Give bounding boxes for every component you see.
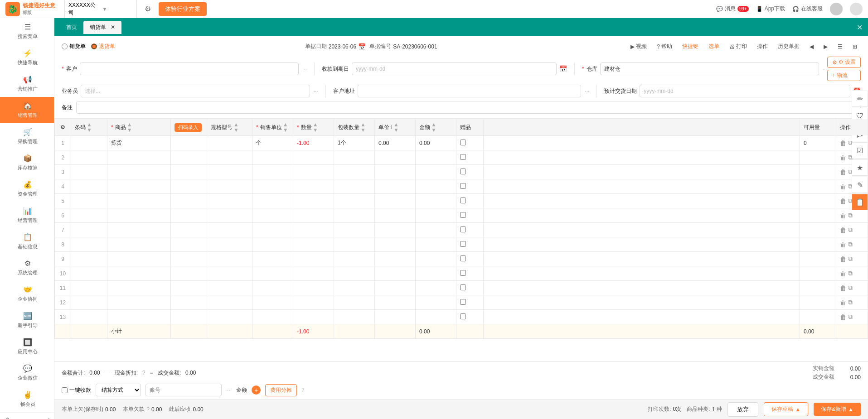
sidebar-item-search[interactable]: ☰ 搜索菜单 bbox=[0, 18, 54, 44]
customer-ellipsis[interactable]: ··· bbox=[302, 66, 307, 72]
sidebar-item-system[interactable]: ⚙ 系统管理 bbox=[0, 255, 54, 281]
copy-icon-6[interactable]: ⧉ bbox=[848, 212, 853, 219]
one-click-payment-label[interactable]: 一键收款 bbox=[62, 386, 91, 394]
delete-icon-3[interactable]: 🗑 bbox=[840, 169, 846, 176]
sidebar-item-quick-nav[interactable]: ⚡ 快捷导航 bbox=[0, 44, 54, 71]
delete-icon-1[interactable]: 🗑 bbox=[840, 140, 846, 147]
nav-prev-btn[interactable]: ◀ bbox=[806, 42, 817, 52]
print-btn[interactable]: 🖨 打印 bbox=[726, 41, 751, 52]
amount-sort-icon[interactable]: ▲▼ bbox=[431, 122, 436, 133]
copy-icon-9[interactable]: ⧉ bbox=[848, 255, 853, 263]
payment-date-input[interactable] bbox=[352, 63, 557, 75]
gift-checkbox-3[interactable] bbox=[460, 169, 466, 174]
radio-return-input[interactable] bbox=[91, 43, 97, 49]
gift-checkbox-7[interactable] bbox=[460, 226, 466, 232]
settlement-method-select[interactable]: 结算方式 bbox=[96, 384, 141, 396]
gift-checkbox-6[interactable] bbox=[460, 212, 466, 218]
company-selector[interactable]: XXXXXX公司 ▼ bbox=[64, 0, 137, 19]
discard-button[interactable]: 放弃 bbox=[727, 402, 758, 417]
gift-checkbox-13[interactable] bbox=[460, 313, 466, 319]
sidebar-item-base-info[interactable]: 📋 基础信息 bbox=[0, 228, 54, 255]
customer-input[interactable] bbox=[80, 63, 299, 75]
expense-btn[interactable]: 费用分摊 bbox=[265, 384, 297, 396]
gift-checkbox-5[interactable] bbox=[460, 197, 466, 203]
save-draft-button[interactable]: 保存草稿 ▲ bbox=[764, 402, 808, 416]
radio-return[interactable]: 退货单 bbox=[91, 43, 115, 50]
gift-checkbox-2[interactable] bbox=[460, 154, 466, 160]
sidebar-settings-btn[interactable]: ⚙ bbox=[5, 416, 10, 419]
gift-checkbox-8[interactable] bbox=[460, 241, 466, 247]
gift-checkbox-10[interactable] bbox=[460, 270, 466, 276]
select-btn[interactable]: 选单 bbox=[705, 41, 723, 52]
date-calendar-icon[interactable]: 📅 bbox=[358, 43, 366, 50]
copy-icon-12[interactable]: ⧉ bbox=[848, 299, 853, 306]
unit-sort-icon[interactable]: ▲▼ bbox=[283, 122, 288, 133]
gift-checkbox-11[interactable] bbox=[460, 284, 466, 290]
sidebar-item-collab[interactable]: 🤝 企业协同 bbox=[0, 281, 54, 307]
sidebar-item-operations[interactable]: 📊 经营管理 bbox=[0, 202, 54, 228]
sidebar-item-marketing[interactable]: 📢 营销推广 bbox=[0, 71, 54, 97]
scan-btn[interactable]: 扫码录入 bbox=[175, 123, 202, 132]
account-input[interactable] bbox=[145, 384, 222, 396]
sidebar-item-finance[interactable]: 💰 资金管理 bbox=[0, 176, 54, 202]
sidebar-collapse-btn[interactable]: ◀ bbox=[44, 416, 49, 419]
delivery-date-input[interactable] bbox=[640, 85, 850, 97]
warehouse-input[interactable] bbox=[600, 63, 819, 75]
tab-bar-close[interactable]: ✕ bbox=[857, 23, 863, 32]
sidebar-item-wechat[interactable]: 💬 企业微信 bbox=[0, 360, 54, 386]
sidebar-item-inventory[interactable]: 📦 库存核算 bbox=[0, 149, 54, 176]
copy-icon-7[interactable]: ⧉ bbox=[848, 226, 853, 234]
expense-help-icon[interactable]: ? bbox=[301, 387, 305, 393]
delete-icon-12[interactable]: 🗑 bbox=[840, 299, 846, 306]
delete-icon-5[interactable]: 🗑 bbox=[840, 197, 846, 205]
history-btn[interactable]: 历史单据 bbox=[774, 41, 803, 52]
gift-checkbox-9[interactable] bbox=[460, 255, 466, 261]
top-settings-button[interactable]: ⚙ bbox=[141, 3, 154, 15]
save-new-button[interactable]: 保存&新增 ▲ bbox=[814, 403, 861, 416]
delete-icon-7[interactable]: 🗑 bbox=[840, 226, 846, 234]
logistics-side-btn[interactable]: + 物流 bbox=[827, 70, 861, 81]
price-sort-icon[interactable]: ▲▼ bbox=[393, 122, 399, 133]
salesperson-input[interactable] bbox=[81, 85, 310, 97]
customer-address-input[interactable] bbox=[358, 85, 582, 97]
address-ellipsis[interactable]: ··· bbox=[585, 88, 589, 94]
remarks-input[interactable] bbox=[76, 101, 861, 114]
float-star[interactable]: ★ bbox=[852, 159, 868, 176]
sidebar-item-member[interactable]: ✌ 畅会员 bbox=[0, 386, 54, 412]
product-sort-icon[interactable]: ▲▼ bbox=[127, 122, 132, 133]
owed-question-icon[interactable]: ? bbox=[146, 406, 150, 413]
tab-home[interactable]: 首页 bbox=[60, 21, 83, 34]
add-payment-btn[interactable]: + bbox=[252, 385, 261, 395]
copy-icon-10[interactable]: ⧉ bbox=[848, 270, 853, 277]
cell-spec-1[interactable] bbox=[207, 136, 252, 150]
delete-icon-4[interactable]: 🗑 bbox=[840, 183, 846, 190]
payment-calendar-icon[interactable]: 📅 bbox=[559, 65, 567, 72]
shortcut-btn[interactable]: 快捷键 bbox=[679, 41, 702, 52]
copy-icon-11[interactable]: ⧉ bbox=[848, 284, 853, 292]
settings-side-btn[interactable]: ⚙ ⚙ 设置 bbox=[827, 57, 861, 68]
video-btn[interactable]: ▶ 视频 bbox=[627, 41, 650, 52]
avatar2[interactable] bbox=[850, 3, 863, 15]
message-item[interactable]: 💬 消息 99+ bbox=[716, 5, 749, 13]
price-info-icon[interactable]: ℹ bbox=[390, 124, 393, 130]
trial-button[interactable]: 体验行业方案 bbox=[159, 2, 207, 16]
account-ellipsis[interactable]: ··· bbox=[227, 387, 232, 393]
avatar[interactable] bbox=[830, 3, 843, 15]
app-download-item[interactable]: 📱 App下载 bbox=[756, 5, 785, 13]
delete-icon-9[interactable]: 🗑 bbox=[840, 255, 846, 263]
view-grid-btn[interactable]: ⊞ bbox=[849, 42, 861, 52]
sidebar-item-purchase[interactable]: 🛒 采购管理 bbox=[0, 123, 54, 149]
sidebar-item-app-center[interactable]: 🔲 应用中心 bbox=[0, 333, 54, 360]
sidebar-item-sales[interactable]: 🏠 销售管理 bbox=[0, 97, 54, 123]
packqty-sort-icon[interactable]: ▲▼ bbox=[360, 122, 366, 133]
barcode-sort-icon[interactable]: ▲▼ bbox=[87, 122, 92, 133]
gift-checkbox-1[interactable] bbox=[460, 140, 466, 145]
operate-btn[interactable]: 操作 bbox=[753, 41, 771, 52]
copy-icon-13[interactable]: ⧉ bbox=[848, 313, 853, 321]
copy-icon-8[interactable]: ⧉ bbox=[848, 241, 853, 248]
cash-discount-help[interactable]: ? bbox=[142, 370, 145, 376]
cell-barcode-1[interactable] bbox=[71, 136, 107, 150]
delete-icon-8[interactable]: 🗑 bbox=[840, 241, 846, 248]
th-settings[interactable]: ⚙ bbox=[55, 119, 71, 136]
view-list-btn[interactable]: ☰ bbox=[834, 42, 846, 52]
